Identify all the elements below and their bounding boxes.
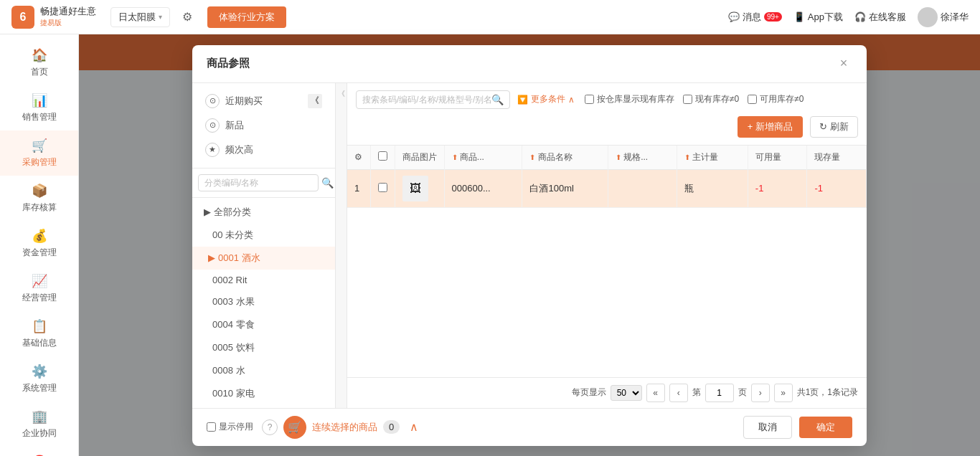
sidebar-item-collab[interactable]: 🏢 企业协同	[0, 402, 78, 447]
cat-00[interactable]: 00 未分类	[192, 224, 335, 247]
cat-0003[interactable]: 0003 水果	[192, 290, 335, 313]
online-service-item[interactable]: 🎧 在线客服	[854, 11, 906, 24]
th-settings[interactable]: ⚙	[347, 146, 370, 170]
cat-0005[interactable]: 0005 饮料	[192, 336, 335, 359]
sidebar-item-purchase[interactable]: 🛒 采购管理	[0, 130, 78, 176]
first-page-button[interactable]: «	[646, 384, 665, 402]
add-product-button[interactable]: + 新增商品	[738, 116, 803, 138]
avatar	[918, 7, 938, 27]
th-name[interactable]: ⬆ 商品名称	[522, 146, 608, 170]
sidebar-item-inventory[interactable]: 📦 库存核算	[0, 176, 78, 221]
message-icon: 💬	[728, 11, 740, 22]
sidebar-item-finance[interactable]: 💰 资金管理	[0, 221, 78, 266]
gear-button[interactable]: ⚙	[176, 6, 199, 29]
category-search-input[interactable]	[198, 174, 319, 191]
filter-icon: 🔽	[517, 95, 528, 105]
logo-sub: 捷易版	[40, 18, 96, 28]
sidebar: 🏠 首页 📊 销售管理 🛒 采购管理 📦 库存核算 💰 资金管理 📈 经营管理 …	[0, 34, 79, 456]
sidebar-item-system[interactable]: ⚙️ 系统管理	[0, 356, 78, 402]
left-panel-quick: ⊙ 近期购买 《 ⊙ 新品 ★ 频次高	[192, 83, 335, 168]
cat-0002[interactable]: 0002 Rit	[192, 270, 335, 290]
sidebar-label-sales: 销售管理	[22, 111, 57, 123]
checkbox-warehouse-stock[interactable]: 按仓库显示现有库存	[585, 93, 674, 105]
checkbox-nonzero-stock[interactable]: 现有库存≠0	[683, 93, 739, 105]
messages-item[interactable]: 💬 消息 99+	[728, 11, 782, 24]
modal-body: ⊙ 近期购买 《 ⊙ 新品 ★ 频次高	[192, 83, 867, 408]
last-page-button[interactable]: »	[774, 384, 793, 402]
nav-selector[interactable]: 日太阳膜 ▾	[110, 7, 170, 27]
row-checkbox[interactable]	[378, 183, 387, 192]
checkbox-available-stock[interactable]: 可用库存≠0	[748, 93, 804, 105]
th-stock: 现存量	[807, 146, 867, 170]
per-page-label: 每页显示	[572, 386, 606, 399]
show-disabled-checkbox[interactable]: 显示停用	[207, 421, 253, 433]
sidebar-item-guide[interactable]: 🎯 新手引导	[0, 447, 78, 456]
sidebar-item-sales[interactable]: 📊 销售管理	[0, 85, 78, 130]
chevron-up-icon[interactable]: ∧	[405, 419, 423, 436]
td-unit: 瓶	[677, 169, 748, 207]
cancel-button[interactable]: 取消	[743, 416, 792, 439]
recent-icon: ⊙	[205, 94, 220, 108]
modal-title: 商品参照	[207, 57, 250, 70]
product-thumbnail: 🖼	[402, 176, 428, 201]
product-search-button[interactable]: 🔍	[491, 94, 504, 105]
td-code: 000600...	[444, 169, 522, 207]
th-available: 可用量	[748, 146, 807, 170]
quick-recent-purchase[interactable]: ⊙ 近期购买 《	[198, 89, 329, 113]
category-search: 🔍	[192, 168, 335, 198]
experience-button[interactable]: 体验行业方案	[207, 6, 286, 28]
per-page-select[interactable]: 50	[611, 385, 642, 401]
product-table: ⚙ 商品图片 ⬆	[347, 146, 867, 208]
sidebar-label-system: 系统管理	[22, 382, 57, 394]
app-download-item[interactable]: 📱 App下载	[793, 11, 843, 24]
sidebar-label-basic-info: 基础信息	[22, 337, 57, 349]
td-image: 🖼	[395, 169, 444, 207]
refresh-button[interactable]: ↻ 刷新	[810, 116, 858, 138]
product-search-input[interactable]	[362, 95, 491, 105]
th-code[interactable]: ⬆ 商品...	[444, 146, 522, 170]
cat-0008[interactable]: 0008 水	[192, 359, 335, 382]
quick-new-products[interactable]: ⊙ 新品	[198, 113, 329, 138]
th-spec[interactable]: ⬆ 规格...	[608, 146, 677, 170]
cat-0010[interactable]: 0010 家电	[192, 382, 335, 405]
th-unit[interactable]: ⬆ 主计量	[677, 146, 748, 170]
page-number-input[interactable]	[705, 384, 734, 402]
table-row[interactable]: 1 🖼 000600... 白酒100ml	[347, 169, 867, 207]
sidebar-item-operations[interactable]: 📈 经营管理	[0, 266, 78, 311]
collapse-strip[interactable]: 《	[336, 83, 347, 408]
sort-icon-code: ⬆	[452, 153, 458, 161]
prev-page-button[interactable]: ‹	[669, 384, 688, 402]
sidebar-label-purchase: 采购管理	[22, 156, 57, 168]
right-panel: 🔍 🔽 更多条件 ∧ 按仓库显示现有库存	[347, 83, 867, 408]
sidebar-item-home[interactable]: 🏠 首页	[0, 40, 78, 85]
td-checkbox[interactable]	[370, 169, 395, 207]
cat-0004[interactable]: 0004 零食	[192, 313, 335, 336]
help-icon[interactable]: ?	[262, 419, 278, 435]
select-all-checkbox[interactable]	[378, 151, 387, 161]
cat-all[interactable]: ▶ 全部分类	[192, 201, 335, 224]
collapse-button[interactable]: 《	[308, 94, 322, 108]
confirm-button[interactable]: 确定	[799, 417, 852, 438]
sidebar-label-inventory: 库存核算	[22, 201, 57, 214]
star-icon: ★	[205, 143, 220, 157]
th-image: 商品图片	[395, 146, 444, 170]
footer-right: 取消 确定	[743, 416, 852, 439]
search-bar: 🔍 🔽 更多条件 ∧ 按仓库显示现有库存	[347, 83, 867, 146]
new-icon: ⊙	[205, 118, 220, 133]
finance-icon: 💰	[32, 228, 47, 244]
category-list: ▶ 全部分类 00 未分类 ▶ 0001 酒水 0002 R	[192, 198, 335, 408]
quick-high-freq[interactable]: ★ 频次高	[198, 138, 329, 162]
home-icon: 🏠	[32, 47, 47, 63]
next-page-button[interactable]: ›	[751, 384, 770, 402]
more-filter-button[interactable]: 🔽 更多条件 ∧	[517, 93, 575, 105]
modal-close-button[interactable]: ×	[835, 55, 852, 72]
sidebar-item-basic-info[interactable]: 📋 基础信息	[0, 311, 78, 356]
cat-0001[interactable]: ▶ 0001 酒水	[192, 247, 335, 270]
operations-icon: 📈	[32, 273, 47, 289]
td-spec	[608, 169, 677, 207]
user-item[interactable]: 徐泽华	[918, 7, 969, 27]
th-checkbox	[370, 146, 395, 170]
basic-info-icon: 📋	[32, 318, 47, 334]
category-search-button[interactable]: 🔍	[321, 177, 334, 189]
inventory-icon: 📦	[32, 183, 47, 199]
